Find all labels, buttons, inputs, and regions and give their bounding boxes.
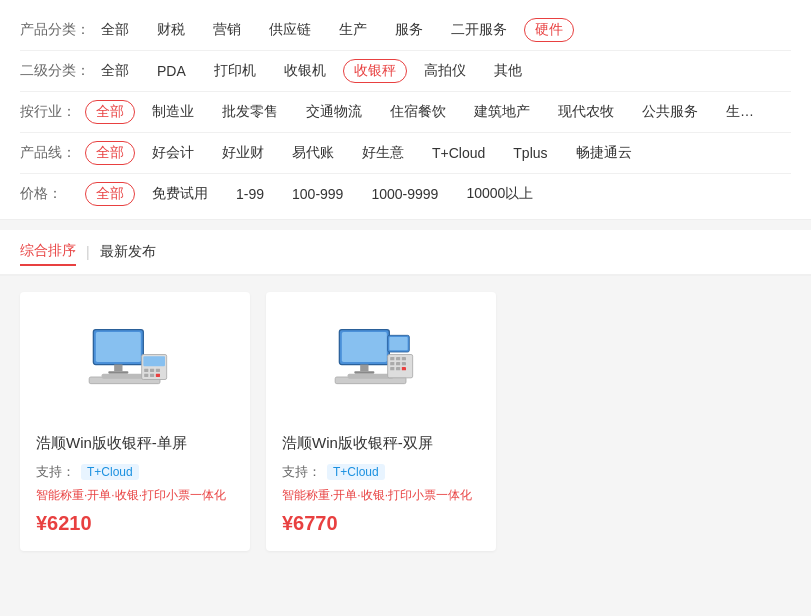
product-line-changjietong[interactable]: 畅捷通云 — [565, 141, 643, 165]
category-production[interactable]: 生产 — [328, 18, 378, 42]
svg-rect-29 — [390, 367, 394, 370]
product-image-svg-1 — [85, 322, 185, 412]
category-filter-row: 产品分类： 全部 财税 营销 供应链 生产 服务 二开服务 硬件 — [20, 10, 791, 51]
filter-section: 产品分类： 全部 财税 营销 供应链 生产 服务 二开服务 硬件 二级分类： 全… — [0, 0, 811, 220]
product-image-svg-2 — [331, 322, 431, 412]
category-all[interactable]: 全部 — [90, 18, 140, 42]
category-service[interactable]: 服务 — [384, 18, 434, 42]
industry-agriculture[interactable]: 现代农牧 — [547, 100, 625, 124]
product-desc-2: 智能称重·开单·收银·打印小票一体化 — [282, 487, 480, 504]
category-marketing[interactable]: 营销 — [202, 18, 252, 42]
product-title-1: 浩顺Win版收银秤-单屏 — [36, 434, 234, 453]
category-items: 全部 财税 营销 供应链 生产 服务 二开服务 硬件 — [90, 18, 574, 42]
svg-rect-15 — [342, 332, 387, 362]
product-line-tplus[interactable]: Tplus — [502, 142, 558, 164]
industry-hospitality[interactable]: 住宿餐饮 — [379, 100, 457, 124]
price-1-99[interactable]: 1-99 — [225, 183, 275, 205]
product-support-1: 支持： T+Cloud — [36, 463, 234, 481]
svg-rect-21 — [389, 337, 407, 350]
products-area: 浩顺Win版收银秤-单屏 支持： T+Cloud 智能称重·开单·收银·打印小票… — [0, 276, 811, 567]
price-100-999[interactable]: 100-999 — [281, 183, 354, 205]
industry-items: 全部 制造业 批发零售 交通物流 住宿餐饮 建筑地产 现代农牧 公共服务 生… — [85, 100, 765, 124]
svg-rect-1 — [96, 332, 141, 362]
product-price-2: ¥6770 — [282, 512, 480, 535]
svg-rect-31 — [402, 367, 406, 370]
product-title-2: 浩顺Win版收银秤-双屏 — [282, 434, 480, 453]
svg-rect-19 — [348, 374, 394, 379]
product-price-1: ¥6210 — [36, 512, 234, 535]
price-filter-row: 价格： 全部 免费试用 1-99 100-999 1000-9999 10000… — [20, 174, 791, 214]
sort-bar: 综合排序 | 最新发布 — [0, 230, 811, 276]
product-line-haoyecai[interactable]: 好业财 — [211, 141, 275, 165]
svg-rect-17 — [354, 371, 374, 374]
product-desc-1: 智能称重·开单·收银·打印小票一体化 — [36, 487, 234, 504]
subcategory-scale[interactable]: 收银秤 — [343, 59, 407, 83]
subcategory-pda[interactable]: PDA — [146, 60, 197, 82]
svg-rect-28 — [402, 362, 406, 365]
industry-logistics[interactable]: 交通物流 — [295, 100, 373, 124]
price-1000-9999[interactable]: 1000-9999 — [360, 183, 449, 205]
svg-rect-13 — [156, 374, 160, 377]
product-card-1[interactable]: 浩顺Win版收银秤-单屏 支持： T+Cloud 智能称重·开单·收银·打印小票… — [20, 292, 250, 551]
svg-rect-11 — [144, 374, 148, 377]
price-free[interactable]: 免费试用 — [141, 182, 219, 206]
price-10000plus[interactable]: 10000以上 — [455, 182, 544, 206]
subcategory-label: 二级分类： — [20, 62, 90, 80]
product-support-badge-1: T+Cloud — [81, 464, 139, 480]
category-finance[interactable]: 财税 — [146, 18, 196, 42]
svg-rect-8 — [144, 369, 148, 372]
svg-rect-7 — [143, 356, 165, 366]
category-supply-chain[interactable]: 供应链 — [258, 18, 322, 42]
industry-more[interactable]: 生… — [715, 100, 765, 124]
industry-wholesale[interactable]: 批发零售 — [211, 100, 289, 124]
product-line-items: 全部 好会计 好业财 易代账 好生意 T+Cloud Tplus 畅捷通云 — [85, 141, 643, 165]
product-support-badge-2: T+Cloud — [327, 464, 385, 480]
sort-latest[interactable]: 最新发布 — [100, 239, 156, 265]
subcategory-highcam[interactable]: 高拍仪 — [413, 59, 477, 83]
product-line-tcloud[interactable]: T+Cloud — [421, 142, 496, 164]
category-hardware[interactable]: 硬件 — [524, 18, 574, 42]
category-label: 产品分类： — [20, 21, 90, 39]
subcategory-other[interactable]: 其他 — [483, 59, 533, 83]
svg-rect-10 — [156, 369, 160, 372]
subcategory-printer[interactable]: 打印机 — [203, 59, 267, 83]
product-support-label-2: 支持： — [282, 463, 321, 481]
product-support-label-1: 支持： — [36, 463, 75, 481]
price-label: 价格： — [20, 185, 85, 203]
subcategory-filter-row: 二级分类： 全部 PDA 打印机 收银机 收银秤 高拍仪 其他 — [20, 51, 791, 92]
industry-filter-row: 按行业： 全部 制造业 批发零售 交通物流 住宿餐饮 建筑地产 现代农牧 公共服… — [20, 92, 791, 133]
svg-rect-30 — [396, 367, 400, 370]
product-image-1 — [36, 312, 234, 422]
product-card-2[interactable]: 浩顺Win版收银秤-双屏 支持： T+Cloud 智能称重·开单·收银·打印小票… — [266, 292, 496, 551]
svg-rect-16 — [360, 365, 368, 372]
price-all[interactable]: 全部 — [85, 182, 135, 206]
product-support-2: 支持： T+Cloud — [282, 463, 480, 481]
svg-rect-12 — [150, 374, 154, 377]
industry-all[interactable]: 全部 — [85, 100, 135, 124]
sort-comprehensive[interactable]: 综合排序 — [20, 238, 76, 266]
product-line-all[interactable]: 全部 — [85, 141, 135, 165]
product-line-yidaizhang[interactable]: 易代账 — [281, 141, 345, 165]
svg-rect-9 — [150, 369, 154, 372]
svg-rect-2 — [114, 365, 122, 372]
svg-rect-3 — [108, 371, 128, 374]
product-image-2 — [282, 312, 480, 422]
subcategory-all[interactable]: 全部 — [90, 59, 140, 83]
category-open-service[interactable]: 二开服务 — [440, 18, 518, 42]
svg-rect-23 — [390, 357, 394, 360]
industry-construction[interactable]: 建筑地产 — [463, 100, 541, 124]
subcategory-items: 全部 PDA 打印机 收银机 收银秤 高拍仪 其他 — [90, 59, 533, 83]
industry-label: 按行业： — [20, 103, 85, 121]
subcategory-cashier[interactable]: 收银机 — [273, 59, 337, 83]
industry-public[interactable]: 公共服务 — [631, 100, 709, 124]
product-line-haoshengyi[interactable]: 好生意 — [351, 141, 415, 165]
sort-divider: | — [86, 244, 90, 260]
product-line-haokuai[interactable]: 好会计 — [141, 141, 205, 165]
svg-rect-25 — [402, 357, 406, 360]
product-line-filter-row: 产品线： 全部 好会计 好业财 易代账 好生意 T+Cloud Tplus 畅捷… — [20, 133, 791, 174]
svg-rect-26 — [390, 362, 394, 365]
industry-manufacturing[interactable]: 制造业 — [141, 100, 205, 124]
product-line-label: 产品线： — [20, 144, 85, 162]
svg-rect-27 — [396, 362, 400, 365]
svg-rect-5 — [102, 374, 148, 379]
